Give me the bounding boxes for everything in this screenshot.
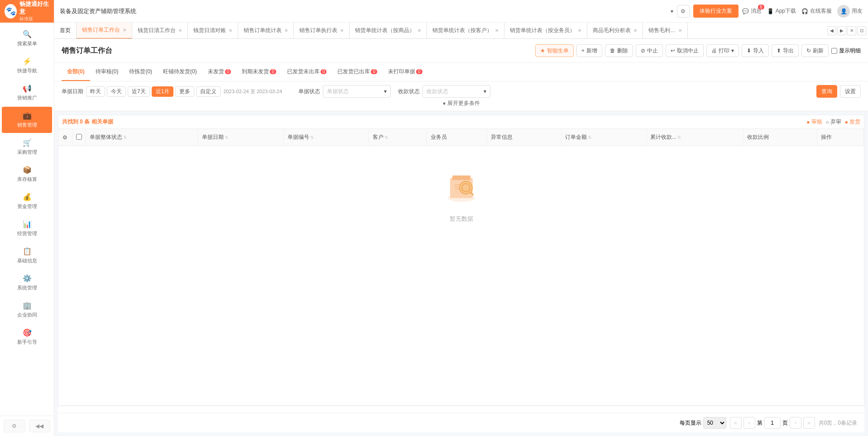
filter-date-custom[interactable]: 自定义 [196,86,221,97]
sidebar-item-finance[interactable]: 💰 资金管理 [2,188,52,214]
filter-date-more[interactable]: 更多 [175,86,194,97]
tabs-next-btn[interactable]: ▶ [837,26,846,35]
topbar-settings-btn[interactable]: ⚙ [677,5,690,18]
show-detail-checkbox-label[interactable]: 显示明细 [831,47,861,55]
tab-close-icon[interactable]: ✕ [123,28,126,33]
filter-status-select[interactable]: 单据状态 ▾ [323,85,391,98]
import-btn[interactable]: ⬇ 导入 [742,44,769,57]
filter-action-buttons: 查询 设置 [816,85,861,98]
export-btn[interactable]: ⬆ 导出 [772,44,799,57]
tab-customer-stats[interactable]: 销货单统计表（按客户） ✕ [427,23,504,39]
col-checkbox[interactable] [72,129,86,146]
filter-date-1month[interactable]: 近1月 [152,86,174,97]
sub-tab-shipped-not-out[interactable]: 已发货未出库 0 [282,63,332,81]
sort-date[interactable]: 单据日期 ⇅ [202,133,279,141]
tab-cash-daily[interactable]: 钱货日清工作台 ✕ [132,23,188,39]
tab-close-icon[interactable]: ✕ [633,28,637,33]
page-input[interactable] [764,417,781,429]
sub-tab-shipped-out[interactable]: 已发货已出库 0 [332,63,383,81]
sidebar-item-purchase[interactable]: 🛒 采购管理 [2,134,52,160]
sub-tab-pending-pick[interactable]: 待拣货(0) [124,63,158,81]
sidebar-item-system[interactable]: ⚙️ 系统管理 [2,270,52,296]
sidebar-item-quick-nav[interactable]: ⚡ 快捷导航 [2,52,52,79]
tabs-prev-btn[interactable]: ◀ [827,26,836,35]
tab-close-icon[interactable]: ✕ [284,28,288,33]
tab-staff-stats[interactable]: 销货单统计表（按业务员） ✕ [504,23,587,39]
delete-btn[interactable]: 🗑 删除 [605,44,633,57]
sort-cumulative[interactable]: 累计收款... ⇅ [650,133,739,141]
batch-abandon-btn[interactable]: ○ 弃审 [826,118,841,126]
filter-date-yesterday[interactable]: 昨天 [86,86,105,97]
filter-date-7days[interactable]: 近7天 [128,86,150,97]
sidebar-item-enterprise[interactable]: 🏢 企业协同 [2,297,52,323]
print-btn[interactable]: 🖨 打印 ▾ [706,44,739,57]
tabs-expand-btn[interactable]: ⊡ [857,26,866,35]
sidebar-collapse-btn[interactable]: ◀◀ [29,420,51,432]
sidebar-item-search[interactable]: 🔍 搜索菜单 [2,25,52,52]
query-btn[interactable]: 查询 [816,85,837,98]
tab-close-icon[interactable]: ✕ [678,28,682,33]
tab-close-icon[interactable]: ✕ [495,28,499,33]
tab-close-icon[interactable]: ✕ [417,28,421,33]
app-download-btn[interactable]: 📱 App下载 [767,7,796,15]
sub-tab-wangpu[interactable]: 旺铺待发货(0) [158,63,202,81]
filter-date-today[interactable]: 今天 [107,86,126,97]
sort-customer[interactable]: 客户 ⇅ [373,133,423,141]
tab-sales-margin[interactable]: 销售毛利… ✕ [643,23,688,39]
tab-product-stats[interactable]: 销货单统计表（按商品） ✕ [350,23,427,39]
message-btn[interactable]: 💬 消息 6 [742,7,762,15]
sort-number[interactable]: 单据编号 ⇅ [288,133,365,141]
sub-tab-not-shipped[interactable]: 未发货 0 [202,63,237,81]
tab-sales-order-workbench[interactable]: 销售订单工作台 ✕ [77,23,132,39]
tab-close-icon[interactable]: ✕ [340,28,344,33]
select-all-checkbox[interactable] [76,134,82,140]
print-dropdown-icon: ▾ [731,47,734,54]
show-detail-checkbox[interactable] [831,48,837,54]
cancel-stop-btn[interactable]: ↩ 取消中止 [666,44,704,57]
sidebar-item-marketing[interactable]: 📢 营销推广 [2,80,52,106]
sidebar-item-operations[interactable]: 📊 经营管理 [2,215,52,242]
industry-btn[interactable]: 体验行业方案 [693,5,739,18]
tabs-close-all-btn[interactable]: ✕ [847,26,856,35]
col-settings[interactable]: ⚙ [58,129,72,146]
sidebar-settings-btn[interactable]: ⚙ [4,420,25,432]
refresh-btn[interactable]: ↻ 刷新 [801,44,829,57]
first-page-btn[interactable]: « [730,417,742,429]
add-btn[interactable]: + 新增 [576,44,602,57]
next-page-btn[interactable]: › [790,417,801,429]
tab-close-icon[interactable]: ✕ [178,28,182,33]
per-page-select[interactable]: 50 100 200 [703,417,726,429]
stop-btn[interactable]: ⊘ 中止 [636,44,663,57]
tab-sales-stats[interactable]: 销售订单统计表 ✕ [238,23,294,39]
set-btn[interactable]: 设置 [840,85,861,98]
online-service-btn[interactable]: 🎧 在线客服 [801,7,832,15]
last-page-btn[interactable]: » [803,417,815,429]
expand-filter-btn[interactable]: ▾ 展开更多条件 [443,100,480,107]
tab-close-icon[interactable]: ✕ [229,28,232,33]
filter-payment-select[interactable]: 收款状态 ▾ [422,85,490,98]
horizontal-scrollbar[interactable] [58,406,864,413]
batch-ship-btn[interactable]: ● 发货 [845,118,860,126]
tab-sales-exec[interactable]: 销售订单执行表 ✕ [294,23,350,39]
system-dropdown[interactable]: ▾ [671,8,673,14]
tab-close-icon[interactable]: ✕ [578,28,581,33]
sort-status[interactable]: 单据整体状态 ⇅ [90,133,195,141]
sub-tab-not-printed[interactable]: 未打印单据 0 [383,63,428,81]
sidebar-item-base-info[interactable]: 📋 基础信息 [2,242,52,269]
count-value: 0 [80,118,83,125]
sub-tab-overdue[interactable]: 到期未发货 0 [236,63,282,81]
sort-amount[interactable]: 订单金额 ⇅ [565,133,643,141]
sidebar-item-sales[interactable]: 💼 销售管理 [2,107,52,133]
smart-create-btn[interactable]: ★ 智能生单 [535,44,574,57]
user-btn[interactable]: 👤 用友 [837,5,863,18]
sidebar-item-guide[interactable]: 🎯 新手引导 [2,324,52,350]
sub-tab-all[interactable]: 全部(0) [62,63,90,81]
prev-page-btn[interactable]: ‹ [743,417,755,429]
tab-cash-reconcile[interactable]: 钱货日清对账 ✕ [188,23,238,39]
sidebar-item-inventory[interactable]: 📦 库存核算 [2,161,52,187]
tab-home[interactable]: 首页 [54,23,77,39]
megaphone-icon: 📢 [23,84,32,93]
batch-review-btn[interactable]: ● 审核 [806,118,822,126]
sub-tab-pending-review[interactable]: 待审核(0) [90,63,124,81]
tab-gross-profit[interactable]: 商品毛利分析表 ✕ [587,23,643,39]
